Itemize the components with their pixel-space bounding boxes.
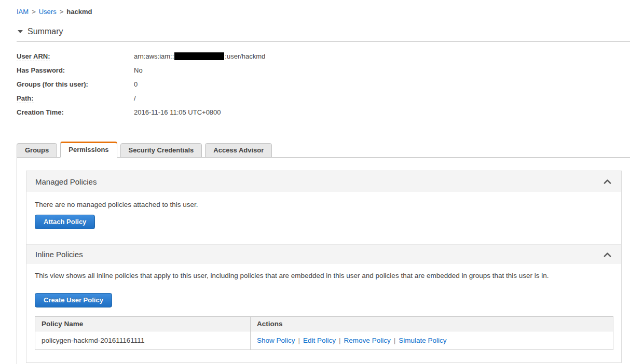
caret-down-icon [18,30,23,33]
summary-section-toggle[interactable]: Summary [18,27,630,36]
policy-actions-cell: Show Policy|Edit Policy|Remove Policy|Si… [251,331,613,350]
column-header-policy-name: Policy Name [35,317,251,331]
summary-divider [17,41,630,41]
field-row-path: Path: / [17,91,630,105]
creation-time-value: 2016-11-16 11:05 UTC+0800 [134,108,221,116]
tab-permissions[interactable]: Permissions [60,142,117,158]
create-user-policy-button[interactable]: Create User Policy [35,293,112,307]
action-separator: | [339,337,341,344]
tab-groups[interactable]: Groups [17,143,57,158]
managed-policies-empty-text: There are no managed policies attached t… [35,201,613,208]
action-separator: | [298,337,300,344]
simulate-policy-link[interactable]: Simulate Policy [399,337,446,344]
breadcrumb-current-user: hackmd [66,8,92,16]
breadcrumb: IAM>Users>hackmd [17,8,630,16]
managed-policies-header: Managed Policies [26,171,621,192]
managed-policies-collapse-button[interactable] [602,178,612,185]
field-row-creation-time: Creation Time: 2016-11-16 11:05 UTC+0800 [17,105,630,119]
attach-policy-button[interactable]: Attach Policy [35,215,95,229]
field-label: Groups (for this user): [17,80,134,88]
breadcrumb-link-iam[interactable]: IAM [17,8,29,16]
permissions-tab-panel: Managed Policies There are no managed po… [17,158,630,364]
tab-bar: Groups Permissions Security Credentials … [17,142,630,158]
summary-fields: User ARN: arn:aws:iam:::user/hackmd Has … [17,49,630,119]
edit-policy-link[interactable]: Edit Policy [303,337,336,344]
inline-policies-table: Policy Name Actions policygen-hackmd-201… [35,316,613,350]
field-label: Has Password: [17,66,134,74]
policies-container: Managed Policies There are no managed po… [26,171,622,363]
field-row-has-password: Has Password: No [17,63,630,77]
breadcrumb-link-users[interactable]: Users [39,8,57,16]
managed-policies-title: Managed Policies [35,177,97,186]
table-row: policygen-hackmd-201611161111 Show Polic… [35,331,613,350]
breadcrumb-separator: > [32,8,36,16]
inline-policies-title: Inline Policies [35,250,83,259]
field-row-user-arn: User ARN: arn:aws:iam:::user/hackmd [17,49,630,63]
policy-name-cell: policygen-hackmd-201611161111 [35,331,251,350]
inline-policies-body: This view shows all inline policies that… [26,264,621,362]
chevron-up-icon [604,252,611,257]
has-password-value: No [134,66,143,74]
redacted-account-id [174,52,224,60]
field-label: Creation Time: [17,108,134,116]
field-label: User ARN: [17,52,134,60]
field-label: Path: [17,94,134,102]
user-arn-value: arn:aws:iam:::user/hackmd [134,52,265,60]
summary-title: Summary [28,27,63,36]
inline-policies-header: Inline Policies [26,244,621,264]
tab-access-advisor[interactable]: Access Advisor [205,143,272,158]
iam-user-detail-page: IAM>Users>hackmd Summary User ARN: arn:a… [0,8,630,364]
remove-policy-link[interactable]: Remove Policy [344,337,391,344]
groups-count-value: 0 [134,80,138,88]
chevron-up-icon [604,179,611,184]
field-row-groups: Groups (for this user): 0 [17,77,630,91]
table-header-row: Policy Name Actions [35,317,613,331]
inline-policies-collapse-button[interactable] [602,251,612,258]
inline-policies-description: This view shows all inline policies that… [35,272,613,279]
action-separator: | [394,337,396,344]
show-policy-link[interactable]: Show Policy [257,337,295,344]
tab-security-credentials[interactable]: Security Credentials [120,143,202,158]
column-header-actions: Actions [251,317,613,331]
breadcrumb-separator: > [60,8,64,16]
managed-policies-body: There are no managed policies attached t… [26,192,621,244]
path-value: / [134,94,136,102]
